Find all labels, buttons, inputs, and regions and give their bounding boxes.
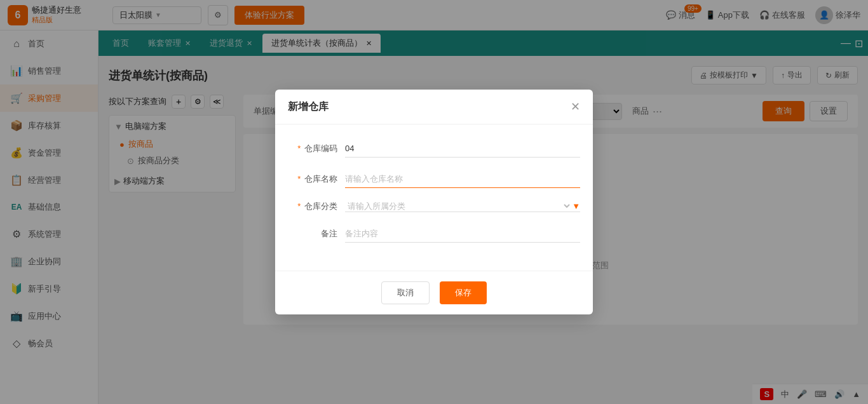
name-label-text: 仓库名称 <box>304 174 337 184</box>
code-label: * 仓库编码 <box>288 143 345 154</box>
name-label: * 仓库名称 <box>288 173 345 185</box>
modal-overlay[interactable]: 新增仓库 ✕ * 仓库编码 * 仓库名称 <box>0 0 868 404</box>
modal-body: * 仓库编码 * 仓库名称 * 仓库分类 <box>275 125 593 271</box>
code-required-star: * <box>297 144 301 153</box>
warehouse-code-input[interactable] <box>345 140 580 158</box>
form-row-code: * 仓库编码 <box>288 140 580 158</box>
warehouse-name-input[interactable] <box>345 170 580 188</box>
category-label: * 仓库分类 <box>288 201 345 212</box>
remark-label: 备注 <box>288 228 345 239</box>
category-dropdown-arrow: ▼ <box>572 201 580 211</box>
warehouse-category-select[interactable]: 请输入所属分类 <box>345 201 572 212</box>
modal-footer: 取消 保存 <box>275 271 593 314</box>
form-row-remark: 备注 <box>288 225 580 243</box>
form-row-name: * 仓库名称 <box>288 170 580 188</box>
modal-title: 新增仓库 <box>288 100 329 114</box>
category-required-star: * <box>297 201 301 211</box>
cancel-btn[interactable]: 取消 <box>381 281 430 304</box>
form-row-category: * 仓库分类 请输入所属分类 ▼ <box>288 201 580 212</box>
modal-header: 新增仓库 ✕ <box>275 90 593 125</box>
code-label-text: 仓库编码 <box>304 144 337 153</box>
remark-label-text: 备注 <box>321 229 337 238</box>
remark-input[interactable] <box>345 225 580 243</box>
category-label-text: 仓库分类 <box>304 201 337 211</box>
category-select-wrapper: 请输入所属分类 ▼ <box>345 201 580 212</box>
save-btn[interactable]: 保存 <box>440 281 487 304</box>
name-required-star: * <box>297 174 301 184</box>
modal-close-btn[interactable]: ✕ <box>571 100 580 114</box>
modal-new-warehouse: 新增仓库 ✕ * 仓库编码 * 仓库名称 <box>275 90 593 314</box>
